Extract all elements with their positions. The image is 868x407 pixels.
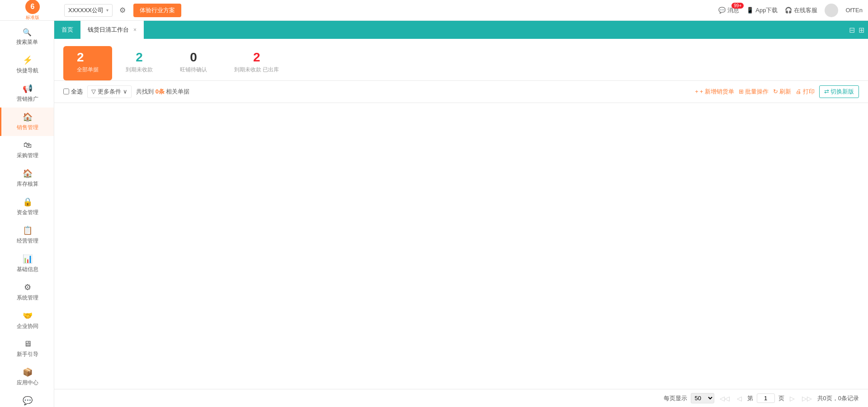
print-icon: 🖨: [796, 88, 802, 95]
sidebar-item-purchase[interactable]: 🛍 采购管理: [0, 136, 54, 164]
sidebar-item-quick-nav[interactable]: ⚡ 快捷导航: [0, 51, 54, 79]
sidebar-search[interactable]: 🔍 搜索菜单: [0, 23, 54, 51]
sidebar-item-label: 企业协同: [17, 323, 38, 330]
switch-new-version-button[interactable]: ⇄ 切换新版: [819, 85, 859, 98]
refresh-icon: ↻: [773, 88, 778, 95]
tab-cash-flow[interactable]: 钱货日清工作台 ×: [80, 21, 144, 39]
add-icon: +: [695, 88, 698, 95]
app-download-button[interactable]: 📱 App下载: [746, 6, 778, 14]
topbar: 6 标准版 XXXXXX公司 ▾ ⚙ 体验行业方案 💬 消息 99+ 📱 App…: [0, 0, 868, 21]
sidebar-item-label: 资金管理: [17, 209, 38, 216]
card-label-pending: 旺铺待确认: [180, 66, 207, 74]
switch-icon: ⇄: [824, 88, 829, 95]
operation-icon: 📋: [23, 225, 33, 235]
status-card-overdue[interactable]: 2 到期未收款: [112, 46, 166, 80]
select-all-checkbox[interactable]: 全选: [63, 88, 83, 96]
select-all-label: 全选: [71, 88, 83, 96]
tabbar: 首页 钱货日清工作台 × ⊟ ⊞: [54, 21, 868, 39]
settings-icon[interactable]: ⚙: [116, 4, 129, 17]
finance-icon: 🔒: [23, 197, 33, 207]
logo-icon: 6: [25, 0, 40, 14]
sidebar-item-finance[interactable]: 🔒 资金管理: [0, 192, 54, 221]
status-card-pending[interactable]: 0 旺铺待确认: [166, 46, 221, 80]
online-cs-button[interactable]: 🎧 在线客服: [785, 6, 817, 14]
status-card-all[interactable]: 2 全部单据: [63, 46, 112, 80]
message-icon: 💬: [718, 7, 726, 14]
username-display: OfTEn: [845, 7, 863, 14]
sidebar-item-collab[interactable]: 🤝 企业协同: [0, 306, 54, 335]
system-icon: ⚙: [24, 282, 31, 292]
page-label: 第: [747, 394, 753, 402]
username-text: OfTEn: [845, 7, 863, 14]
total-info: 共0页，0条记录: [817, 394, 859, 402]
window-maximize-button[interactable]: ⊞: [859, 26, 864, 34]
sidebar-item-label: 系统管理: [17, 294, 38, 302]
quick-nav-icon: ⚡: [23, 55, 33, 65]
base-info-icon: 📊: [23, 254, 33, 264]
sidebar-item-system[interactable]: ⚙ 系统管理: [0, 278, 54, 306]
table-area: [54, 103, 868, 389]
tab-close-icon[interactable]: ×: [133, 27, 137, 33]
refresh-button[interactable]: ↻ 刷新: [773, 88, 791, 96]
card-label-overdue: 到期未收款: [126, 66, 153, 74]
sidebar-item-label: 应用中心: [17, 379, 38, 387]
found-count: 0条: [156, 88, 165, 95]
sidebar-item-inventory[interactable]: 🏠 库存核算: [0, 164, 54, 192]
last-page-button[interactable]: ▷▷: [800, 394, 814, 403]
guide-icon: 🖥: [24, 339, 32, 349]
topbar-right: 💬 消息 99+ 📱 App下载 🎧 在线客服 OfTEn: [718, 4, 863, 17]
more-filters-label: 更多条件: [98, 88, 121, 96]
sidebar-search-label: 搜索菜单: [16, 38, 38, 46]
message-button[interactable]: 💬 消息 99+: [718, 6, 739, 14]
sidebar-item-wechat[interactable]: 💬 企业微信: [0, 391, 54, 407]
batch-operation-button[interactable]: ⊞ 批量操作: [739, 88, 769, 96]
per-page-label: 每页显示: [664, 394, 687, 402]
app-center-icon: 📦: [23, 367, 33, 377]
found-prefix: 共找到: [136, 88, 154, 95]
sidebar-item-label: 库存核算: [17, 180, 38, 188]
tabbar-actions: ⊟ ⊞: [849, 21, 868, 39]
found-suffix: 相关单据: [166, 88, 189, 95]
window-minimize-button[interactable]: ⊟: [849, 26, 855, 34]
first-page-button[interactable]: ◁◁: [718, 394, 731, 403]
per-page-select[interactable]: 20 50 100: [691, 393, 714, 403]
add-btn-label: + 新增销货单: [700, 88, 734, 96]
status-card-overdue-out[interactable]: 2 到期未收款 已出库: [221, 46, 292, 80]
toolbar: 全选 ▽ 更多条件 ∨ 共找到 0条 相关单据 +: [54, 81, 868, 103]
sidebar-item-base-info[interactable]: 📊 基础信息: [0, 249, 54, 278]
print-button[interactable]: 🖨 打印: [796, 88, 815, 96]
tab-home[interactable]: 首页: [54, 21, 80, 39]
more-filters-button[interactable]: ▽ 更多条件 ∨: [87, 85, 132, 98]
sidebar-item-sales[interactable]: 🏠 销售管理: [0, 108, 54, 136]
tab-home-label: 首页: [61, 26, 73, 34]
chevron-down-icon: ▾: [106, 8, 108, 13]
chevron-down-icon: ∨: [123, 88, 127, 95]
industry-trial-button[interactable]: 体验行业方案: [133, 4, 181, 17]
tab-cash-flow-label: 钱货日清工作台: [88, 26, 129, 34]
company-name: XXXXXX公司: [68, 6, 104, 14]
page-input[interactable]: [757, 393, 775, 403]
sidebar-item-operation[interactable]: 📋 经营管理: [0, 221, 54, 249]
main-content: 首页 钱货日清工作台 × ⊟ ⊞ 2 全部单据 2 到期未收款: [54, 21, 868, 407]
avatar[interactable]: [825, 4, 838, 17]
card-label-overdue-out: 到期未收款 已出库: [234, 66, 279, 74]
message-badge: 99+: [731, 3, 744, 9]
select-all-input[interactable]: [63, 89, 69, 94]
prev-page-button[interactable]: ◁: [735, 394, 744, 403]
company-selector[interactable]: XXXXXX公司 ▾: [64, 4, 113, 17]
sidebar-item-app-center[interactable]: 📦 应用中心: [0, 363, 54, 391]
sidebar-item-marketing[interactable]: 📢 营销推广: [0, 79, 54, 108]
page-content: 2 全部单据 2 到期未收款 0 旺铺待确认 2 到期未收款 已出库: [54, 39, 868, 407]
batch-btn-label: 批量操作: [745, 88, 769, 96]
app-download-icon: 📱: [746, 7, 754, 14]
sidebar-item-guide[interactable]: 🖥 新手引导: [0, 335, 54, 363]
card-label-all: 全部单据: [77, 66, 99, 74]
sidebar: 🔍 搜索菜单 ⚡ 快捷导航 📢 营销推广 🏠 销售管理 🛍 采购管理 🏠 库存核…: [0, 21, 54, 407]
headset-icon: 🎧: [785, 7, 792, 14]
purchase-icon: 🛍: [24, 140, 32, 150]
sidebar-item-label: 新手引导: [17, 351, 38, 358]
sidebar-item-label: 销售管理: [17, 124, 38, 131]
card-num-overdue: 2: [136, 50, 143, 65]
add-sales-order-button[interactable]: + + 新增销货单: [695, 88, 734, 96]
next-page-button[interactable]: ▷: [788, 394, 797, 403]
